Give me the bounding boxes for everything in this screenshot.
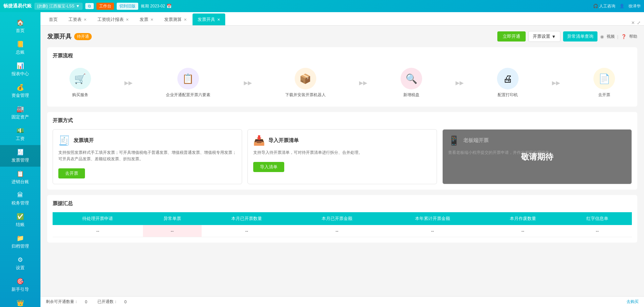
tab-salary-table-label: 工资表 [68,17,82,23]
tab-home-label: 首页 [49,17,58,23]
sidebar-item-settle[interactable]: ✅ 结账 [0,210,40,231]
sidebar: 🏠 首页 📒 总账 📊 报表中心 💰 资金管理 🏭 固定资产 💵 工资 🧾 发票… [0,12,40,307]
opened-label: 已开通数： [97,299,118,305]
reports-icon: 📊 [17,62,24,69]
funds-icon: 💰 [17,84,24,91]
period-calendar-icon[interactable]: 📅 [167,4,172,8]
cell-month-count: -- [202,225,292,237]
sidebar-label-purchase: 进销台账 [11,179,29,185]
top-bar-left: 畅捷通易代账 (勿删) 江西服宝-LSS ▼ ⧉ 工作台 切到旧版 账期 202… [3,3,172,10]
step-open[interactable]: 📄 去开票 [593,68,615,98]
archive-icon: 📁 [17,234,24,242]
assets-icon: 🏭 [17,105,24,113]
sidebar-label-ledger: 总账 [16,49,25,55]
cell-red-info: -- [563,225,632,237]
method-manual-icon: 🧾 [58,135,70,146]
sidebar-item-reports[interactable]: 📊 报表中心 [0,59,40,80]
sidebar-item-salary[interactable]: 💵 工资 [0,123,40,145]
view-label: 视频 [607,34,615,39]
process-section-title: 开票流程 [53,53,632,59]
coming-soon-overlay: 敬请期待 [443,130,632,184]
tab-salary-stats-label: 工资统计报表 [97,17,124,23]
summary-header-year-amount: 本年累计开票金额 [382,212,483,225]
cell-void-count: -- [483,225,562,237]
content-area: 发票开具 待开通 立即开通 开票设置 ▼ 异常清单查询 ◉ 视频 | ❓ 帮助 [40,26,644,296]
company-name: 江西服宝-LSS [49,3,75,9]
sidebar-item-home[interactable]: 🏠 首页 [0,16,40,37]
tab-invoice-calc[interactable]: 发票测算 ✕ [159,13,192,25]
method-manual-btn[interactable]: 去开票 [58,168,85,178]
guide-icon: 🎯 [17,278,24,285]
tab-invoice-open[interactable]: 发票开具 ✕ [193,13,225,25]
sidebar-item-archive[interactable]: 📁 归档管理 [0,231,40,253]
opened-value: 0 [124,300,127,304]
summary-header-void-count: 本月作废数量 [483,212,562,225]
top-bar-right: 🎧 人工咨询 👤 徐泽华 [593,3,641,9]
method-import-icon: 📥 [253,135,265,146]
abnormal-query-button[interactable]: 异常清单查询 [563,31,597,41]
sidebar-item-funds[interactable]: 💰 资金管理 [0,80,40,102]
buy-link[interactable]: 去购买 [626,299,639,305]
page-header: 发票开具 待开通 立即开通 开票设置 ▼ 异常清单查询 ◉ 视频 | ❓ 帮助 [47,31,637,42]
tab-restore-icon[interactable]: ⤢ [637,20,641,25]
workspace-button[interactable]: 工作台 [96,3,114,10]
step-buy-icon: 🛒 [69,68,91,89]
summary-header-row: 待处理开票申请 异常单票 本月已开票数量 本月已开票金额 本年累计开票金额 本月… [53,212,632,225]
separator: | [617,34,618,39]
process-steps: 🛒 购买服务 ▶▶ 📋 企业开通配置开票六要素 ▶▶ 📦 下载并安装开票机器人 … [53,64,632,101]
page-title: 发票开具 [47,32,71,40]
step-setup[interactable]: 📋 企业开通配置开票六要素 [166,68,210,98]
copy-button[interactable]: ⧉ [85,3,94,9]
help-label: 帮助 [629,34,637,39]
coming-soon-text: 敬请期待 [521,151,553,162]
step-buy[interactable]: 🛒 购买服务 [69,68,91,98]
tab-invoice-calc-close[interactable]: ✕ [184,18,187,22]
ticket-settings-button[interactable]: 开票设置 ▼ [528,31,560,42]
tab-salary-stats-close[interactable]: ✕ [126,18,129,22]
cell-pending: -- [53,225,143,237]
consultant-button[interactable]: 🎧 人工咨询 [593,3,615,9]
sidebar-item-vip[interactable]: 👑 畅会员 [0,296,40,307]
method-manual-desc: 支持按照发票样式手工填开发票；可开具增值税电子普通发票、增值税普通发票、增值税专… [58,149,236,162]
sidebar-item-purchase[interactable]: 📋 进销台账 [0,167,40,188]
sidebar-label-tax: 税务管理 [11,200,29,206]
sidebar-item-invoice[interactable]: 🧾 发票管理 [0,145,40,167]
method-import-desc: 支持导入待开票清单，可对待开票清单进行拆分、合并处理。 [253,149,431,156]
method-import-btn[interactable]: 导入清单 [253,162,284,172]
top-bar: 畅捷通易代账 (勿删) 江西服宝-LSS ▼ ⧉ 工作台 切到旧版 账期 202… [0,0,644,12]
tab-invoice-label: 发票 [140,17,148,23]
vip-icon: 👑 [17,299,24,307]
tab-invoice-calc-label: 发票测算 [164,17,182,23]
sidebar-item-settings[interactable]: ⚙ 设置 [0,253,40,274]
summary-header-red-info: 红字信息单 [563,212,632,225]
summary-table: 待处理开票申请 异常单票 本月已开票数量 本月已开票金额 本年累计开票金额 本月… [53,212,632,237]
tab-invoice-close[interactable]: ✕ [150,18,153,22]
cell-abnormal: -- [143,225,202,237]
step-taxdisk[interactable]: 🔍 新增税盘 [401,68,422,98]
sidebar-label-invoice: 发票管理 [11,157,29,163]
tab-salary-table[interactable]: 工资表 ✕ [63,13,92,25]
method-card-import: 📥 导入开票清单 支持导入待开票清单，可对待开票清单进行拆分、合并处理。 导入清… [247,129,437,184]
method-manual-header: 🧾 发票填开 [58,135,236,146]
sidebar-item-ledger[interactable]: 📒 总账 [0,37,40,59]
tab-home[interactable]: 首页 [44,13,63,25]
switch-old-button[interactable]: 切到旧版 [117,3,138,10]
tab-salary-stats[interactable]: 工资统计报表 ✕ [92,13,134,25]
step-setup-label: 企业开通配置开票六要素 [166,92,210,98]
user-avatar: 👤 [619,4,624,8]
company-selector[interactable]: (勿删) 江西服宝-LSS ▼ [34,3,83,10]
tab-close-all-icon[interactable]: ✕ [631,20,635,25]
sidebar-item-tax[interactable]: 🏛 税务管理 [0,188,40,210]
step-download[interactable]: 📦 下载并安装开票机器人 [285,68,326,98]
sidebar-item-guide[interactable]: 🎯 新手引导 [0,274,40,296]
step-printer[interactable]: 🖨 配置打印机 [497,68,519,98]
ledger-icon: 📒 [17,40,24,48]
salary-icon: 💵 [17,127,24,134]
open-now-button[interactable]: 立即开通 [497,31,526,41]
sidebar-item-assets[interactable]: 🏭 固定资产 [0,102,40,123]
tab-invoice-open-close[interactable]: ✕ [217,18,220,22]
tab-invoice[interactable]: 发票 ✕ [135,13,158,25]
settle-icon: ✅ [17,213,24,220]
step-open-label: 去开票 [598,92,610,98]
tab-salary-table-close[interactable]: ✕ [84,18,87,22]
